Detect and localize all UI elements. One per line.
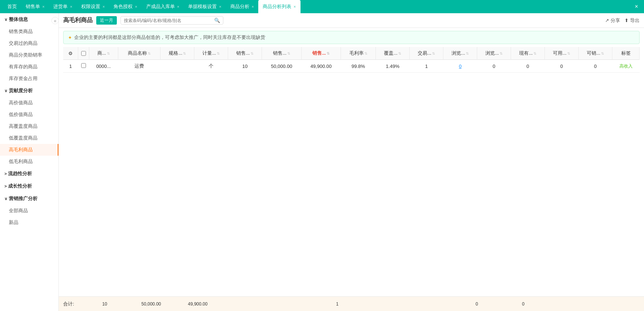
col-settings[interactable]: ⚙ bbox=[63, 47, 78, 60]
col-coverage[interactable]: 覆盖...⇅ bbox=[376, 47, 410, 60]
footer-stock1: 0 bbox=[454, 301, 500, 307]
sidebar-group-overall[interactable]: ∨ 整体信息 bbox=[0, 13, 58, 26]
sidebar-item-new-goods[interactable]: 新品 bbox=[0, 217, 58, 228]
col-browse1[interactable]: 浏览...⇅ bbox=[443, 47, 477, 60]
col-transaction[interactable]: 交易...⇅ bbox=[410, 47, 443, 60]
close-purchase-icon[interactable]: × bbox=[70, 4, 72, 9]
col-browse2[interactable]: 浏览...⇅ bbox=[477, 47, 511, 60]
sort-browse2-icon: ⇅ bbox=[500, 51, 503, 55]
nav-permission[interactable]: 权限设置 × bbox=[77, 0, 109, 13]
search-input[interactable] bbox=[124, 18, 214, 23]
time-filter-button[interactable]: 近一月 bbox=[96, 16, 117, 25]
nav-role[interactable]: 角色授权 × bbox=[109, 0, 141, 13]
row-browse1[interactable]: 0 bbox=[443, 60, 477, 73]
nav-template[interactable]: 单据模板设置 × bbox=[184, 0, 226, 13]
col-spec[interactable]: 规格...⇅ bbox=[161, 47, 194, 60]
col-tag: 标签 bbox=[612, 47, 640, 60]
export-icon: ⬆ bbox=[625, 18, 629, 23]
sidebar: « ∨ 整体信息 销售类商品 交易过的商品 商品分类助销率 有库存的商品 库存资… bbox=[0, 13, 59, 311]
share-button[interactable]: ↗ 分享 bbox=[605, 17, 620, 24]
row-code: 0000... bbox=[89, 60, 118, 73]
row-checkbox[interactable] bbox=[81, 63, 86, 68]
sort-unit-icon: ⇅ bbox=[217, 51, 220, 55]
col-stock3[interactable]: 可销...⇅ bbox=[579, 47, 612, 60]
sidebar-item-sales-goods[interactable]: 销售类商品 bbox=[0, 26, 58, 37]
arrow-overall-icon: ∨ bbox=[4, 17, 7, 22]
close-all-tabs-button[interactable]: × bbox=[632, 3, 641, 10]
col-code[interactable]: 商...⇅ bbox=[89, 47, 118, 60]
col-name[interactable]: 商品名称⇅ bbox=[118, 47, 161, 60]
col-sales3[interactable]: 销售...⇅ bbox=[301, 47, 341, 60]
nav-home[interactable]: 首页 bbox=[3, 0, 21, 13]
arrow-trend-icon: > bbox=[4, 171, 7, 176]
nav-product-stock[interactable]: 产成品入库单 × bbox=[142, 0, 184, 13]
sidebar-item-all-goods[interactable]: 全部商品 bbox=[0, 205, 58, 217]
col-checkbox bbox=[78, 47, 89, 60]
select-all-checkbox[interactable] bbox=[81, 51, 86, 56]
sidebar-item-low-coverage[interactable]: 低覆盖度商品 bbox=[0, 132, 58, 144]
sidebar-collapse-button[interactable]: « bbox=[51, 17, 59, 24]
content-header: 高毛利商品 近一月 🔍 ↗ 分享 ⬆ 导出 bbox=[59, 13, 644, 28]
col-unit[interactable]: 计量...⇅ bbox=[194, 47, 228, 60]
close-template-icon[interactable]: × bbox=[219, 4, 221, 9]
close-goods-list-icon[interactable]: × bbox=[294, 4, 296, 9]
sidebar-item-stock-capital[interactable]: 库存资金占用 bbox=[0, 73, 58, 84]
sort-coverage-icon: ⇅ bbox=[398, 51, 401, 55]
arrow-marketing-icon: ∨ bbox=[4, 196, 7, 201]
sidebar-item-traded-goods[interactable]: 交易过的商品 bbox=[0, 37, 58, 49]
col-sales2[interactable]: 销售...⇅ bbox=[262, 47, 301, 60]
search-icon[interactable]: 🔍 bbox=[214, 18, 220, 23]
table-wrapper: ⚙ 商...⇅ 商品名称⇅ 规格...⇅ bbox=[59, 47, 644, 296]
sort-stock1-icon: ⇅ bbox=[533, 51, 536, 55]
close-product-stock-icon[interactable]: × bbox=[177, 4, 179, 9]
footer-stock2: 0 bbox=[500, 301, 547, 307]
sort-stock3-icon: ⇅ bbox=[601, 51, 604, 55]
sidebar-item-low-margin[interactable]: 低毛利商品 bbox=[0, 156, 58, 167]
content-area: 高毛利商品 近一月 🔍 ↗ 分享 ⬆ 导出 ✦ 企业的主要的利润都是这部分商品创… bbox=[59, 13, 644, 311]
sort-stock2-icon: ⇅ bbox=[567, 51, 570, 55]
sort-code-icon: ⇅ bbox=[107, 51, 110, 55]
sidebar-item-high-value[interactable]: 高价值商品 bbox=[0, 97, 58, 109]
footer-empty1 bbox=[221, 301, 267, 307]
sidebar-group-trend[interactable]: > 流趋性分析 bbox=[0, 167, 58, 180]
sort-browse1-icon: ⇅ bbox=[466, 51, 469, 55]
sidebar-item-high-margin[interactable]: 高毛利商品 bbox=[0, 144, 58, 156]
row-unit: 个 bbox=[194, 60, 228, 73]
sidebar-item-stock-goods[interactable]: 有库存的商品 bbox=[0, 61, 58, 73]
sidebar-group-marketing[interactable]: ∨ 营销推广分析 bbox=[0, 192, 58, 205]
sort-sales1-icon: ⇅ bbox=[251, 51, 253, 55]
nav-purchase[interactable]: 进货单 × bbox=[49, 0, 76, 13]
row-stock1: 0 bbox=[511, 60, 545, 73]
nav-sales[interactable]: 销售单 × bbox=[21, 0, 49, 13]
footer-empty4 bbox=[407, 301, 454, 307]
col-stock1[interactable]: 现有...⇅ bbox=[511, 47, 545, 60]
sidebar-item-category-rate[interactable]: 商品分类助销率 bbox=[0, 49, 58, 61]
footer-total: 合计: 10 50,000.00 49,900.00 1 0 0 bbox=[59, 296, 644, 311]
row-name: 运费 bbox=[118, 60, 161, 73]
export-button[interactable]: ⬆ 导出 bbox=[625, 17, 640, 24]
row-transaction: 1 bbox=[410, 60, 443, 73]
footer-sales2: 50,000.00 bbox=[128, 301, 175, 307]
footer-sales3: 49,900.00 bbox=[175, 301, 221, 307]
info-icon: ✦ bbox=[68, 35, 72, 40]
footer-sales1: 10 bbox=[82, 301, 128, 307]
header-actions: ↗ 分享 ⬆ 导出 bbox=[605, 17, 640, 24]
col-sales1[interactable]: 销售...⇅ bbox=[228, 47, 262, 60]
sidebar-group-growth[interactable]: > 成长性分析 bbox=[0, 180, 58, 192]
sidebar-item-low-value[interactable]: 低价值商品 bbox=[0, 109, 58, 120]
close-role-icon[interactable]: × bbox=[135, 4, 137, 9]
row-tag: 高收入 bbox=[612, 60, 640, 73]
nav-goods-analysis[interactable]: 商品分析 × bbox=[226, 0, 258, 13]
row-sales3: 49,900.00 bbox=[301, 60, 341, 73]
col-stock2[interactable]: 可用...⇅ bbox=[545, 47, 579, 60]
sidebar-group-contribution[interactable]: ∨ 贡献度分析 bbox=[0, 84, 58, 97]
nav-goods-analysis-list[interactable]: 商品分析列表 × bbox=[258, 0, 300, 13]
col-gross[interactable]: 毛利率⇅ bbox=[341, 47, 375, 60]
close-goods-analysis-icon[interactable]: × bbox=[252, 4, 254, 9]
arrow-contribution-icon: ∨ bbox=[4, 88, 7, 93]
sort-transaction-icon: ⇅ bbox=[432, 51, 435, 55]
page-title: 高毛利商品 bbox=[63, 17, 93, 24]
close-permission-icon[interactable]: × bbox=[102, 4, 105, 9]
sidebar-item-high-coverage[interactable]: 高覆盖度商品 bbox=[0, 120, 58, 132]
close-sales-icon[interactable]: × bbox=[42, 4, 44, 9]
